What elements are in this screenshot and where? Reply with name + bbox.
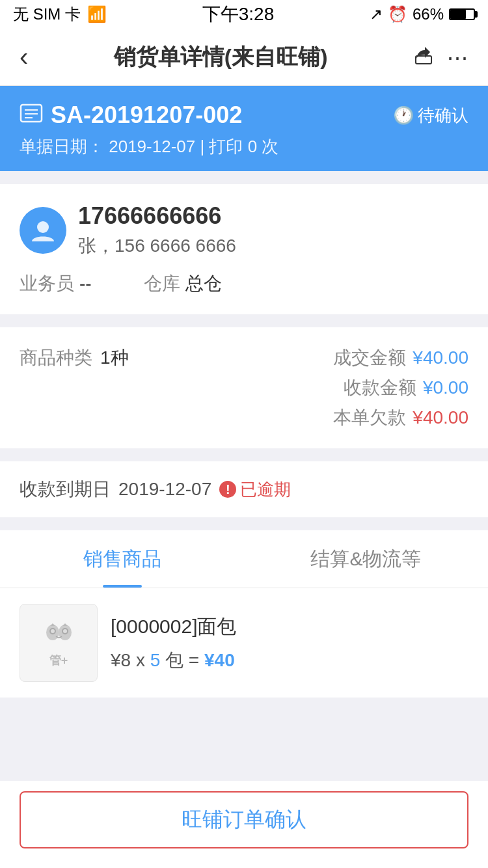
order-date: 2019-12-07: [109, 137, 195, 156]
product-thumbnail: 管+: [20, 604, 98, 682]
warehouse-meta: 仓库 总仓: [144, 271, 222, 296]
received-amount-label: 收款金额: [344, 375, 416, 400]
alarm-icon: ⏰: [388, 5, 407, 23]
sales-meta: 业务员 --: [20, 271, 92, 296]
overdue-icon: !: [219, 481, 236, 498]
back-button[interactable]: ‹: [20, 42, 28, 72]
product-info: [0000002]面包 ¥8 x 5 包 = ¥40: [111, 614, 468, 673]
date-label: 单据日期：: [20, 137, 104, 156]
order-id: SA-20191207-002: [20, 102, 242, 129]
svg-point-11: [63, 629, 67, 633]
current-time: 下午3:28: [202, 2, 275, 27]
share-icon[interactable]: [413, 44, 434, 70]
confirm-order-button[interactable]: 旺铺订单确认: [20, 791, 468, 848]
customer-info: 17666666666 张，156 6666 6666: [78, 202, 236, 258]
goods-kind-value: 1种: [100, 346, 129, 370]
product-name: [0000002]面包: [111, 614, 468, 640]
status-left: 无 SIM 卡 📶: [13, 4, 107, 25]
tabs-row: 销售商品 结算&物流等: [0, 530, 488, 588]
nav-actions: ···: [413, 44, 468, 71]
order-date-row: 单据日期： 2019-12-07 | 打印 0 次: [20, 135, 468, 158]
order-header-band: SA-20191207-002 🕐 待确认 单据日期： 2019-12-07 |…: [0, 86, 488, 171]
goods-kind-label: 商品种类: [20, 346, 92, 370]
product-section: 管+ [0000002]面包 ¥8 x 5 包 = ¥40: [0, 588, 488, 698]
overdue-text: 已逾期: [240, 478, 291, 501]
overdue-badge: ! 已逾期: [219, 478, 291, 501]
nav-bar: ‹ 销货单详情(来自旺铺) ···: [0, 29, 488, 86]
customer-top: 17666666666 张，156 6666 6666: [20, 202, 468, 258]
status-right: ↗ ⏰ 66%: [370, 5, 475, 23]
due-date-section: 收款到期日 2019-12-07 ! 已逾期: [0, 461, 488, 517]
brand-name: 管+: [49, 653, 68, 668]
order-id-row: SA-20191207-002 🕐 待确认: [20, 102, 468, 129]
avatar: [20, 207, 66, 254]
tab-sales-goods[interactable]: 销售商品: [0, 530, 244, 588]
warehouse-value: 总仓: [185, 271, 222, 296]
status-bar: 无 SIM 卡 📶 下午3:28 ↗ ⏰ 66%: [0, 0, 488, 29]
customer-section: 17666666666 张，156 6666 6666 业务员 -- 仓库 总仓: [0, 184, 488, 314]
location-icon: ↗: [370, 5, 383, 23]
brand-owl-icon: [41, 618, 77, 650]
svg-rect-0: [416, 56, 431, 64]
svg-point-10: [51, 629, 55, 633]
carrier-label: 无 SIM 卡: [13, 4, 81, 25]
bottom-bar: 旺铺订单确认: [0, 781, 488, 868]
order-status: 🕐 待确认: [393, 104, 468, 127]
received-amount-value: ¥0.00: [423, 377, 468, 398]
due-date-value: 2019-12-07: [118, 479, 211, 500]
amounts-row: 商品种类 1种 成交金额 ¥40.00 收款金额 ¥0.00 本单欠款 ¥40.…: [20, 346, 468, 430]
separator: |: [200, 137, 209, 156]
order-status-text: 待确认: [418, 104, 468, 127]
tab-settlement-label: 结算&物流等: [310, 546, 421, 573]
battery-label: 66%: [413, 5, 444, 23]
deal-amount-label: 成交金额: [333, 346, 406, 370]
goods-kind: 商品种类 1种: [20, 346, 129, 370]
svg-point-5: [37, 221, 49, 233]
unit-label: 包: [165, 650, 183, 670]
warehouse-label: 仓库: [144, 271, 180, 296]
clock-icon: 🕐: [393, 105, 414, 126]
owed-amount-value: ¥40.00: [413, 407, 468, 428]
customer-meta: 业务员 -- 仓库 总仓: [20, 271, 468, 296]
qty-value: 5: [150, 650, 161, 670]
product-total: ¥40: [204, 650, 235, 670]
order-id-text: SA-20191207-002: [51, 102, 242, 129]
more-icon[interactable]: ···: [447, 44, 468, 71]
amounts-right: 成交金额 ¥40.00 收款金额 ¥0.00 本单欠款 ¥40.00: [333, 346, 468, 430]
tab-sales-goods-label: 销售商品: [83, 546, 161, 573]
tabs-section: 销售商品 结算&物流等: [0, 530, 488, 698]
price-label: ¥8: [111, 650, 131, 670]
sales-value: --: [79, 273, 92, 294]
amounts-section: 商品种类 1种 成交金额 ¥40.00 收款金额 ¥0.00 本单欠款 ¥40.…: [0, 327, 488, 448]
deal-amount-value: ¥40.00: [413, 347, 468, 368]
customer-phone: 17666666666: [78, 202, 236, 230]
page-title: 销货单详情(来自旺铺): [114, 42, 328, 72]
owed-amount-label: 本单欠款: [333, 405, 406, 430]
battery-icon: [449, 8, 475, 20]
multiply-symbol: x: [136, 650, 150, 670]
deal-amount-line: 成交金额 ¥40.00: [333, 346, 468, 370]
received-amount-line: 收款金额 ¥0.00: [344, 375, 468, 400]
due-date-label: 收款到期日: [20, 477, 111, 502]
sales-label: 业务员: [20, 271, 74, 296]
customer-name-alt: 张，156 6666 6666: [78, 234, 236, 258]
print-text: 打印 0 次: [209, 137, 278, 156]
owed-amount-line: 本单欠款 ¥40.00: [333, 405, 468, 430]
order-icon: [20, 102, 43, 129]
tab-settlement[interactable]: 结算&物流等: [244, 530, 488, 588]
product-thumb-inner: 管+: [41, 618, 77, 668]
product-price-row: ¥8 x 5 包 = ¥40: [111, 648, 468, 673]
tab-active-underline: [103, 585, 142, 588]
equals-symbol: =: [189, 650, 204, 670]
wifi-icon: 📶: [87, 5, 107, 23]
